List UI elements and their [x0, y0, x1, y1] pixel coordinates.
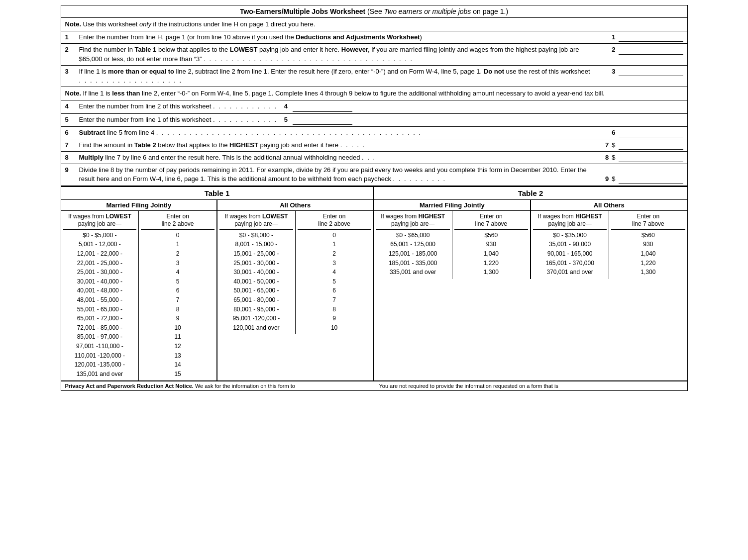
line2-however: However,: [341, 46, 370, 53]
note1-row: Note. Use this worksheet only if the ins…: [61, 18, 687, 31]
line2-row: 2 Find the number in Table 1 below that …: [61, 44, 687, 65]
table2-married-col2: Enter online 7 above $5609301,0401,2201,…: [452, 211, 530, 279]
line3-input[interactable]: [619, 68, 683, 76]
line1-input[interactable]: [619, 34, 683, 42]
title-sub-prefix: (See: [367, 7, 384, 15]
table1-others-cols: If wages from LOWESTpaying job are— $0 -…: [217, 211, 373, 335]
line7-dots: . . . . .: [340, 141, 366, 149]
line3-num: 3: [65, 67, 79, 76]
line9-row: 9 Divide line 8 by the number of pay per…: [61, 164, 687, 186]
table1-married-ranges: $0 - $5,000 -5,001 - 12,000 -12,001 - 22…: [63, 230, 137, 380]
line3-input-area: 3: [594, 67, 683, 76]
line8-content: Multiply line 7 by line 6 and enter the …: [79, 153, 594, 162]
table2-married-col2-header: Enter online 7 above: [454, 212, 528, 230]
table1-married-col1: If wages from LOWESTpaying job are— $0 -…: [61, 211, 139, 381]
table2-married-cols: If wages from HIGHESTpaying job are— $0 …: [374, 211, 531, 279]
note1-text2: if the instructions under line H on page…: [151, 20, 316, 28]
line5-row: 5 Enter the number from line 1 of this w…: [61, 114, 687, 127]
line2-content: Find the number in Table 1 below that ap…: [79, 45, 594, 63]
line3-label: 3: [606, 67, 616, 76]
table1-others-values: 012345678910: [298, 230, 371, 334]
table1-married-values: 0123456789101112131415: [141, 230, 214, 380]
table1: Table 1 Married Filing Jointly If wages …: [61, 187, 374, 381]
table1-others: All Others If wages from LOWESTpaying jo…: [217, 200, 373, 381]
table1-others-col1: If wages from LOWESTpaying job are— $0 -…: [217, 211, 296, 335]
worksheet-page: Two-Earners/Multiple Jobs Worksheet (See…: [61, 5, 688, 391]
table2-others-values: $5609301,0401,2201,300: [611, 230, 685, 278]
line4-content: Enter the number from line 2 of this wor…: [79, 102, 683, 111]
title-sub-italic: Two earners or multiple jobs: [384, 7, 471, 15]
worksheet-title: Two-Earners/Multiple Jobs Worksheet (See…: [61, 5, 687, 18]
line7-num: 7: [65, 141, 79, 150]
table2-others-ranges: $0 - $35,00035,001 - 90,00090,001 - 165,…: [533, 230, 607, 278]
table2-others: All Others If wages from HIGHESTpaying j…: [531, 200, 687, 279]
line6-num: 6: [65, 128, 79, 137]
table1-married-col2: Enter online 2 above 0123456789101112131…: [139, 211, 216, 381]
line8-input-area: 8 $: [594, 153, 683, 162]
table1-others-header: All Others: [217, 200, 373, 211]
line7-label: 7: [599, 141, 609, 150]
table2-title: Table 2: [374, 187, 687, 200]
table2-others-col1-header: If wages from HIGHESTpaying job are—: [533, 212, 607, 230]
line3-morethan: more than or equal to: [108, 68, 174, 75]
table1-others-col2: Enter online 2 above 012345678910: [296, 211, 373, 335]
table2-others-col2-header: Enter online 7 above: [611, 212, 685, 230]
note1-italic: only: [139, 20, 151, 28]
line7-input-area: 7 $: [594, 141, 683, 150]
line3-content: If line 1 is more than or equal to line …: [79, 67, 594, 85]
line2-input[interactable]: [619, 47, 683, 55]
line2-label: 2: [606, 45, 616, 54]
line1-label: 1: [606, 33, 616, 42]
line7-content: Find the amount in Table 2 below that ap…: [79, 141, 594, 150]
line2-dots: . . . . . . . . . . . . . . . . . . . . …: [204, 55, 413, 63]
line8-input[interactable]: [619, 154, 683, 162]
table1-married-cols: If wages from LOWESTpaying job are— $0 -…: [61, 211, 217, 381]
line9-content: Divide line 8 by the number of pay perio…: [79, 166, 594, 184]
line6-dots: . . . . . . . . . . . . . . . . . . . . …: [156, 129, 422, 136]
table1-inner: Married Filing Jointly If wages from LOW…: [61, 200, 373, 381]
table2: Table 2 Married Filing Jointly If wages …: [374, 187, 687, 381]
table2-others-header: All Others: [531, 200, 687, 211]
note1-text: Use this worksheet: [81, 20, 139, 28]
line3-dots: . . . . . . . . . . . . . . . . . . .: [79, 77, 183, 84]
table1-others-col2-header: Enter online 2 above: [298, 212, 371, 230]
line4-row: 4 Enter the number from line 2 of this w…: [61, 100, 687, 113]
footer-privacy-bold: Privacy Act and Paperwork Reduction Act …: [65, 383, 194, 389]
line7-input[interactable]: [619, 142, 683, 150]
line6-input[interactable]: [619, 129, 683, 137]
line3-donot: Do not: [484, 68, 504, 75]
table1-others-col1-header: If wages from LOWESTpaying job are—: [219, 212, 293, 230]
table1-married: Married Filing Jointly If wages from LOW…: [61, 200, 217, 381]
table2-others-col2: Enter online 7 above $5609301,0401,2201,…: [609, 211, 687, 279]
table1-title: Table 1: [61, 187, 373, 200]
line5-dots: . . . . . . . . . . . .: [213, 116, 277, 123]
line6-subtract: Subtract: [79, 129, 106, 136]
line3-row: 3 If line 1 is more than or equal to lin…: [61, 66, 687, 87]
line8-num: 8: [65, 153, 79, 162]
note2-lessthan: less than: [112, 90, 140, 97]
line2-lowest: LOWEST: [230, 46, 258, 53]
line7-row: 7 Find the amount in Table 2 below that …: [61, 139, 687, 152]
line9-dots: . . . . . . . . . .: [393, 175, 446, 183]
line1-bold: Deductions and Adjustments Worksheet: [296, 33, 420, 41]
table1-married-col1-header: If wages from LOWESTpaying job are—: [63, 212, 137, 230]
table1-married-header: Married Filing Jointly: [61, 200, 217, 211]
line1-content: Enter the number from line H, page 1 (or…: [79, 33, 594, 42]
line9-input[interactable]: [619, 176, 683, 184]
title-sub-suffix: on page 1.): [471, 7, 508, 15]
line5-label-mid: 5: [284, 116, 288, 123]
note2-label: Note.: [65, 90, 82, 97]
tables-wrapper: Table 1 Married Filing Jointly If wages …: [61, 187, 687, 381]
table2-inner: Married Filing Jointly If wages from HIG…: [374, 200, 687, 279]
footer-right-text: You are not required to provide the info…: [379, 383, 558, 389]
line4-dots: . . . . . . . . . . . .: [213, 102, 277, 110]
table1-others-ranges: $0 - $8,000 -8,001 - 15,000 -15,001 - 25…: [219, 230, 293, 334]
line9-input-area: 9 $: [594, 175, 683, 184]
line2-num: 2: [65, 45, 79, 54]
table2-married-header: Married Filing Jointly: [374, 200, 531, 211]
footer-left: Privacy Act and Paperwork Reduction Act …: [65, 383, 379, 389]
table2-others-cols: If wages from HIGHESTpaying job are— $0 …: [531, 211, 687, 279]
line6-input-area: 6: [594, 128, 683, 137]
line6-row: 6 Subtract line 5 from line 4 . . . . . …: [61, 127, 687, 139]
line2-input-area: 2: [594, 45, 683, 54]
